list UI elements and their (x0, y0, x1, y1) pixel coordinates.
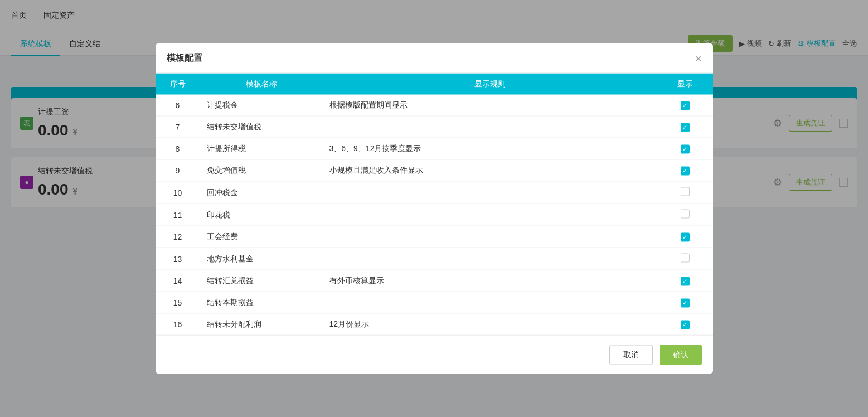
table-scroll-container[interactable]: 序号 模板名称 显示规则 显示 6计提税金根据模版配置期间显示✓7结转未交增值税… (156, 74, 713, 336)
table-row: 16结转未分配利润12月份显示✓ (156, 313, 713, 335)
modal-footer: 取消 确认 (156, 336, 713, 374)
cell-rule-10: 12月份显示 (323, 313, 657, 335)
cell-index-10: 16 (156, 313, 200, 335)
cell-name-5: 印花税 (200, 203, 323, 226)
table-row: 12工会经费✓ (156, 226, 713, 248)
cell-check-7[interactable] (657, 248, 713, 270)
cell-index-2: 8 (156, 138, 200, 159)
cell-check-3[interactable]: ✓ (657, 159, 713, 181)
cell-rule-7 (323, 248, 657, 270)
cell-rule-5 (323, 203, 657, 226)
cell-index-5: 11 (156, 203, 200, 226)
modal-header: 模板配置 × (156, 43, 713, 74)
cell-check-8[interactable]: ✓ (657, 270, 713, 292)
cell-rule-0: 根据模版配置期间显示 (323, 95, 657, 117)
cell-index-7: 13 (156, 248, 200, 270)
cell-index-1: 7 (156, 116, 200, 138)
cell-check-9[interactable]: ✓ (657, 292, 713, 313)
modal-body: 序号 模板名称 显示规则 显示 6计提税金根据模版配置期间显示✓7结转未交增值税… (156, 74, 713, 336)
cell-index-8: 14 (156, 270, 200, 292)
checkbox-checked-8[interactable]: ✓ (681, 277, 690, 285)
cell-check-2[interactable]: ✓ (657, 138, 713, 159)
checkbox-checked-3[interactable]: ✓ (681, 166, 690, 175)
cell-name-9: 结转本期损益 (200, 292, 323, 313)
table-row: 14结转汇兑损益有外币核算显示✓ (156, 270, 713, 292)
checkbox-checked-0[interactable]: ✓ (681, 101, 690, 110)
cell-name-0: 计提税金 (200, 95, 323, 117)
cell-name-6: 工会经费 (200, 226, 323, 248)
checkbox-checked-6[interactable]: ✓ (681, 232, 690, 241)
th-rule: 显示规则 (323, 74, 657, 95)
cell-name-1: 结转未交增值税 (200, 116, 323, 138)
cell-rule-3: 小规模且满足收入条件显示 (323, 159, 657, 181)
cell-check-5[interactable] (657, 203, 713, 226)
th-index: 序号 (156, 74, 200, 95)
cell-name-2: 计提所得税 (200, 138, 323, 159)
config-table: 序号 模板名称 显示规则 显示 6计提税金根据模版配置期间显示✓7结转未交增值税… (156, 74, 713, 336)
checkbox-checked-10[interactable]: ✓ (681, 320, 690, 329)
cell-index-0: 6 (156, 95, 200, 117)
cell-index-3: 9 (156, 159, 200, 181)
checkbox-checked-9[interactable]: ✓ (681, 298, 690, 307)
table-row: 10回冲税金 (156, 181, 713, 203)
cell-index-4: 10 (156, 181, 200, 203)
cancel-button[interactable]: 取消 (609, 345, 653, 365)
table-row: 15结转本期损益✓ (156, 292, 713, 313)
table-row: 6计提税金根据模版配置期间显示✓ (156, 95, 713, 117)
cell-name-7: 地方水利基金 (200, 248, 323, 270)
th-name: 模板名称 (200, 74, 323, 95)
cell-index-9: 15 (156, 292, 200, 313)
checkbox-unchecked-5[interactable] (681, 210, 690, 219)
cell-index-6: 12 (156, 226, 200, 248)
table-row: 7结转未交增值税✓ (156, 116, 713, 138)
cell-check-1[interactable]: ✓ (657, 116, 713, 138)
modal-title: 模板配置 (167, 52, 202, 64)
cell-check-6[interactable]: ✓ (657, 226, 713, 248)
cell-name-3: 免交增值税 (200, 159, 323, 181)
cell-name-8: 结转汇兑损益 (200, 270, 323, 292)
checkbox-checked-2[interactable]: ✓ (681, 144, 690, 153)
cell-name-10: 结转未分配利润 (200, 313, 323, 335)
table-row: 11印花税 (156, 203, 713, 226)
table-body: 6计提税金根据模版配置期间显示✓7结转未交增值税✓8计提所得税3、6、9、12月… (156, 95, 713, 336)
table-row: 8计提所得税3、6、9、12月按季度显示✓ (156, 138, 713, 159)
checkbox-unchecked-4[interactable] (681, 187, 690, 196)
cell-rule-8: 有外币核算显示 (323, 270, 657, 292)
checkbox-unchecked-7[interactable] (681, 254, 690, 263)
cell-check-0[interactable]: ✓ (657, 95, 713, 117)
cell-rule-2: 3、6、9、12月按季度显示 (323, 138, 657, 159)
cell-check-4[interactable] (657, 181, 713, 203)
cell-rule-9 (323, 292, 657, 313)
cell-name-4: 回冲税金 (200, 181, 323, 203)
modal-close-button[interactable]: × (695, 52, 702, 64)
cell-rule-4 (323, 181, 657, 203)
template-config-modal: 模板配置 × 序号 模板名称 显示规则 显示 6计提税金根据模版配置期间显示✓7… (156, 43, 713, 374)
table-row: 9免交增值税小规模且满足收入条件显示✓ (156, 159, 713, 181)
th-show: 显示 (657, 74, 713, 95)
table-row: 13地方水利基金 (156, 248, 713, 270)
cell-rule-1 (323, 116, 657, 138)
table-header-row: 序号 模板名称 显示规则 显示 (156, 74, 713, 95)
confirm-button[interactable]: 确认 (660, 345, 702, 365)
cell-check-10[interactable]: ✓ (657, 313, 713, 335)
checkbox-checked-1[interactable]: ✓ (681, 123, 690, 132)
cell-rule-6 (323, 226, 657, 248)
